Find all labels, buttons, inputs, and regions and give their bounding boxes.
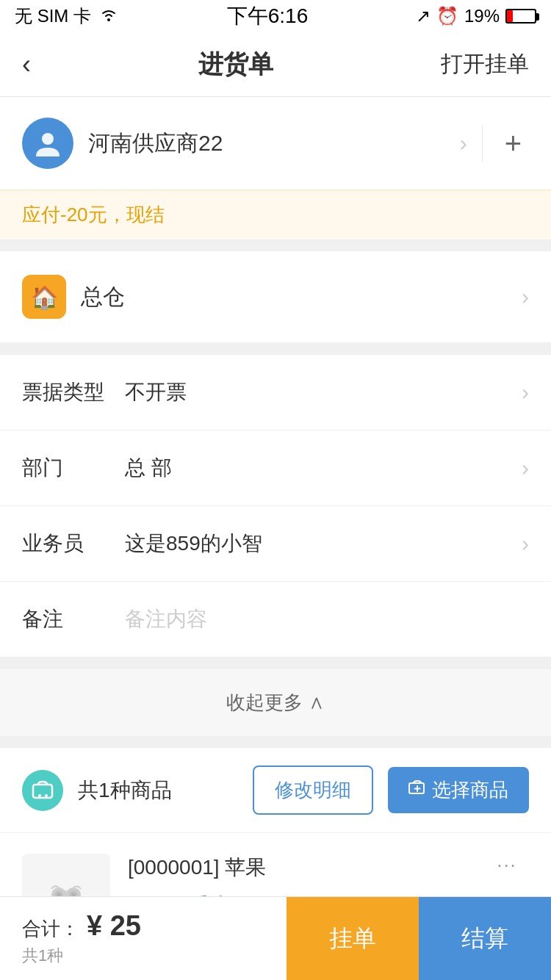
department-label: 部门 bbox=[22, 454, 125, 482]
product-name: [0000001] 苹果 bbox=[128, 854, 485, 882]
time-label: 下午6:16 bbox=[227, 2, 309, 30]
supplier-chevron-icon: › bbox=[460, 131, 467, 156]
svg-rect-2 bbox=[33, 785, 52, 798]
supplier-card: 河南供应商22 › + 应付-20元，现结 bbox=[0, 97, 551, 239]
product-count: 共1种商品 bbox=[78, 777, 238, 804]
remark-label: 备注 bbox=[22, 605, 125, 633]
invoice-type-value: 不开票 bbox=[125, 378, 522, 406]
product-code: [0000001] bbox=[128, 856, 220, 879]
salesperson-row[interactable]: 业务员 这是859的小智 › bbox=[0, 506, 551, 582]
remark-row[interactable]: 备注 备注内容 bbox=[0, 582, 551, 657]
select-product-cart-icon bbox=[408, 779, 426, 801]
summary-row: 合计： ¥ 25 共1种 挂单 结算 bbox=[0, 897, 551, 980]
warehouse-row[interactable]: 🏠 总仓 › bbox=[0, 251, 551, 343]
main-content: 河南供应商22 › + 应付-20元，现结 🏠 总仓 › 票据类型 不开票 › … bbox=[0, 97, 551, 980]
total-line: 合计： ¥ 25 bbox=[22, 910, 264, 942]
supplier-avatar bbox=[22, 118, 73, 169]
salesperson-chevron-icon: › bbox=[522, 531, 529, 556]
department-chevron-icon: › bbox=[522, 455, 529, 480]
warning-banner: 应付-20元，现结 bbox=[0, 190, 551, 239]
invoice-type-label: 票据类型 bbox=[22, 378, 125, 406]
alarm-icon: ⏰ bbox=[436, 6, 458, 26]
select-product-label: 选择商品 bbox=[432, 777, 508, 803]
status-bar: 无 SIM 卡 下午6:16 ↗ ⏰ 19% bbox=[0, 0, 551, 32]
total-amount: ¥ 25 bbox=[87, 910, 141, 942]
remark-input[interactable]: 备注内容 bbox=[125, 605, 529, 633]
supplier-row[interactable]: 河南供应商22 › + bbox=[0, 97, 551, 190]
location-icon: ↗ bbox=[416, 6, 431, 26]
svg-point-1 bbox=[42, 133, 54, 145]
warning-text: 应付-20元，现结 bbox=[22, 203, 165, 226]
product-title: 苹果 bbox=[225, 856, 266, 879]
total-sub: 共1种 bbox=[22, 945, 264, 967]
collapse-label: 收起更多 ∧ bbox=[226, 690, 324, 716]
open-pending-button[interactable]: 打开挂单 bbox=[441, 49, 529, 79]
svg-point-0 bbox=[107, 18, 110, 21]
product-more-button[interactable]: ··· bbox=[497, 854, 517, 876]
settle-button[interactable]: 结算 bbox=[419, 897, 551, 980]
total-section: 合计： ¥ 25 共1种 bbox=[0, 897, 287, 980]
department-value: 总 部 bbox=[125, 454, 522, 482]
supplier-name: 河南供应商22 bbox=[88, 129, 460, 159]
invoice-type-chevron-icon: › bbox=[522, 380, 529, 405]
salesperson-label: 业务员 bbox=[22, 530, 125, 558]
product-header: 共1种商品 修改明细 选择商品 bbox=[0, 748, 551, 833]
wifi-icon bbox=[98, 6, 119, 26]
nav-bar: ‹ 进货单 打开挂单 bbox=[0, 32, 551, 97]
vertical-divider bbox=[482, 125, 483, 162]
invoice-type-row[interactable]: 票据类型 不开票 › bbox=[0, 355, 551, 430]
status-right: ↗ ⏰ 19% bbox=[416, 6, 536, 26]
bottom-summary: 合计： ¥ 25 共1种 挂单 结算 bbox=[0, 896, 551, 980]
department-row[interactable]: 部门 总 部 › bbox=[0, 430, 551, 506]
add-supplier-button[interactable]: + bbox=[497, 127, 529, 160]
edit-detail-button[interactable]: 修改明细 bbox=[253, 765, 373, 815]
select-product-button[interactable]: 选择商品 bbox=[388, 767, 529, 813]
product-more-wrap: ··· bbox=[485, 854, 529, 876]
page-title: 进货单 bbox=[198, 48, 273, 82]
warehouse-card: 🏠 总仓 › bbox=[0, 251, 551, 343]
salesperson-value: 这是859的小智 bbox=[125, 530, 522, 558]
product-cart-icon-wrap bbox=[22, 770, 63, 811]
hang-button[interactable]: 挂单 bbox=[287, 897, 419, 980]
house-icon: 🏠 bbox=[31, 284, 58, 310]
battery-percent: 19% bbox=[464, 6, 500, 26]
svg-point-3 bbox=[38, 794, 41, 797]
warehouse-name: 总仓 bbox=[81, 282, 522, 312]
total-label: 合计： bbox=[22, 916, 79, 942]
warehouse-icon-wrap: 🏠 bbox=[22, 275, 66, 319]
battery-icon bbox=[505, 9, 536, 24]
collapse-row[interactable]: 收起更多 ∧ bbox=[0, 669, 551, 736]
svg-point-4 bbox=[45, 794, 48, 797]
warehouse-chevron-icon: › bbox=[522, 284, 529, 309]
carrier-label: 无 SIM 卡 bbox=[15, 4, 91, 28]
back-button[interactable]: ‹ bbox=[22, 49, 31, 80]
form-card: 票据类型 不开票 › 部门 总 部 › 业务员 这是859的小智 › 备注 备注… bbox=[0, 355, 551, 657]
status-left: 无 SIM 卡 bbox=[15, 4, 119, 28]
